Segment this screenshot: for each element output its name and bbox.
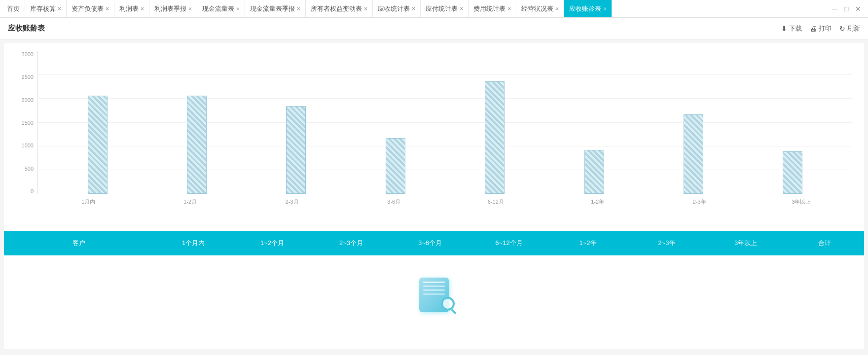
x-axis-label: 1月内 (37, 198, 140, 206)
bar-group (743, 151, 842, 194)
print-label: 打印 (819, 24, 832, 33)
chart-container: 050010001500200025003000 1月内1-2月2-3月3-6月… (16, 51, 852, 209)
tab-operations[interactable]: 经营状况表× (516, 0, 564, 18)
table-header: 客户1个月内1~2个月2~3个月3~6个月6~12个月1~2年2~3年3年以上合… (4, 231, 864, 255)
print-button[interactable]: 🖨 打印 (810, 24, 832, 33)
tab-close-icon[interactable]: × (106, 5, 109, 12)
tab-close-icon[interactable]: × (412, 5, 415, 12)
refresh-icon: ↻ (839, 25, 845, 33)
tab-close-icon[interactable]: × (603, 5, 607, 12)
maximize-button[interactable]: □ (842, 5, 850, 13)
bar-group (544, 150, 644, 194)
tab-cashflow-quarterly[interactable]: 现金流量表季报× (245, 0, 306, 18)
close-button[interactable]: ✕ (854, 5, 862, 13)
tab-label: 应付统计表 (426, 4, 458, 13)
chart-bar (286, 106, 306, 194)
chart-bar (187, 96, 207, 194)
tab-label: 资产负债表 (72, 4, 104, 13)
tab-label: 利润表季报 (154, 4, 186, 13)
tab-close-icon[interactable]: × (236, 5, 240, 12)
table-header-cell: 3~6个月 (391, 239, 470, 248)
y-axis-label: 3000 (16, 51, 36, 57)
tab-close-icon[interactable]: × (188, 5, 192, 12)
tab-label: 首页 (7, 4, 20, 13)
table-header-cell: 1~2年 (548, 239, 627, 248)
tab-label: 现金流量表季报 (250, 4, 295, 13)
bar-group (644, 114, 743, 194)
y-axis-label: 0 (16, 188, 36, 194)
tab-close-icon[interactable]: × (297, 5, 300, 12)
tab-bar: 首页库存核算×资产负债表×利润表×利润表季报×现金流量表×现金流量表季报×所有者… (0, 0, 868, 18)
tab-home[interactable]: 首页 (2, 0, 25, 18)
chart-inner (37, 51, 852, 194)
tab-label: 现金流量表 (202, 4, 234, 13)
bar-group (445, 81, 544, 194)
chart-bar (684, 114, 703, 194)
y-axis-label: 1500 (16, 120, 36, 126)
chart-bar (783, 151, 802, 194)
refresh-button[interactable]: ↻ 刷新 (839, 24, 860, 33)
download-icon: ⬇ (781, 25, 787, 33)
window-controls: ─ □ ✕ (827, 5, 866, 13)
table-header-cell: 1个月内 (154, 239, 233, 248)
tab-close-icon[interactable]: × (141, 5, 144, 12)
minimize-button[interactable]: ─ (831, 5, 838, 13)
tab-close-icon[interactable]: × (460, 5, 463, 12)
x-axis-label: 6-12月 (445, 198, 547, 206)
page-header: 应收账龄表 ⬇ 下载 🖨 打印 ↻ 刷新 (0, 18, 868, 39)
y-axis: 050010001500200025003000 (16, 51, 36, 194)
x-axis-label: 1-2月 (140, 198, 242, 206)
tab-balance[interactable]: 资产负债表× (67, 0, 114, 18)
x-axis: 1月内1-2月2-3月3-6月6-12月1-2年2-3年3年以上 (37, 194, 852, 209)
bar-group (147, 96, 246, 194)
chart-bar (386, 138, 405, 194)
table-header-cell: 合计 (785, 239, 864, 248)
x-axis-label: 2-3月 (241, 198, 343, 206)
tab-profit[interactable]: 利润表× (114, 0, 149, 18)
tab-payable-stats[interactable]: 应付统计表× (421, 0, 469, 18)
refresh-label: 刷新 (847, 24, 860, 33)
table-header-cell: 2~3年 (627, 239, 706, 248)
table-header-cell: 客户 (4, 239, 154, 248)
tab-close-icon[interactable]: × (507, 5, 511, 12)
tab-equity[interactable]: 所有者权益变动表× (306, 0, 373, 18)
tab-close-icon[interactable]: × (58, 5, 61, 12)
bar-group (48, 96, 147, 194)
tab-label: 所有者权益变动表 (311, 4, 362, 13)
tab-label: 应收统计表 (378, 4, 410, 13)
print-icon: 🖨 (810, 25, 817, 33)
bar-group (346, 138, 445, 194)
download-button[interactable]: ⬇ 下载 (781, 24, 802, 33)
tab-label: 经营状况表 (521, 4, 553, 13)
main-content: 050010001500200025003000 1月内1-2月2-3月3-6月… (4, 43, 864, 349)
table-header-cell: 1~2个月 (233, 239, 312, 248)
tab-profit-quarterly[interactable]: 利润表季报× (149, 0, 197, 18)
chart-bar (88, 96, 108, 194)
tab-close-icon[interactable]: × (364, 5, 367, 12)
x-axis-label: 3-6月 (343, 198, 445, 206)
y-axis-label: 500 (16, 166, 36, 172)
tab-receivable-stats[interactable]: 应收统计表× (373, 0, 421, 18)
table-header-cell: 6~12个月 (470, 239, 548, 248)
tab-expense-stats[interactable]: 费用统计表× (469, 0, 516, 18)
tab-label: 应收账龄表 (569, 4, 601, 13)
chart-bar (584, 150, 604, 194)
x-axis-label: 1-2年 (547, 198, 649, 206)
bars-container (38, 51, 852, 194)
tab-close-icon[interactable]: × (555, 5, 559, 12)
tab-label: 利润表 (119, 4, 139, 13)
empty-state (4, 255, 864, 324)
empty-icon (409, 275, 459, 315)
tab-label: 库存核算 (30, 4, 56, 13)
search-circle-icon (441, 297, 455, 311)
chart-area: 050010001500200025003000 1月内1-2月2-3月3-6月… (4, 43, 864, 231)
tab-label: 费用统计表 (473, 4, 506, 13)
y-axis-label: 2000 (16, 97, 36, 103)
y-axis-label: 2500 (16, 74, 36, 80)
chart-bar (485, 81, 505, 194)
header-actions: ⬇ 下载 🖨 打印 ↻ 刷新 (781, 24, 860, 33)
tab-inventory[interactable]: 库存核算× (25, 0, 67, 18)
bar-group (247, 106, 346, 194)
tab-cashflow[interactable]: 现金流量表× (197, 0, 245, 18)
tab-aging[interactable]: 应收账龄表× (564, 0, 612, 18)
